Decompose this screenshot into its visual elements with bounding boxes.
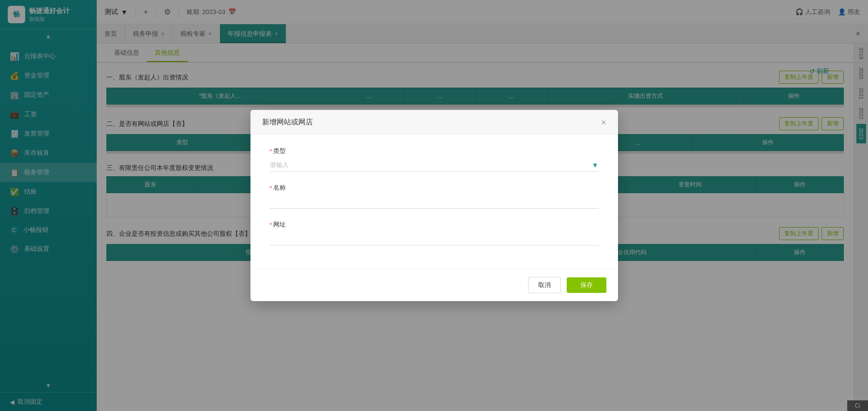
save-button[interactable]: 保存 xyxy=(567,277,606,293)
form-row-type: * 类型 ▼ xyxy=(270,147,599,172)
modal-footer: 取消 保存 xyxy=(250,269,618,301)
type-select-wrapper: ▼ xyxy=(270,158,599,172)
modal-overlay: 新增网站或网店 × * 类型 ▼ * 名称 xyxy=(0,0,868,411)
modal-add-website: 新增网站或网店 × * 类型 ▼ * 名称 xyxy=(250,110,618,301)
form-row-name: * 名称 xyxy=(270,183,599,209)
required-star-url: * xyxy=(270,221,272,228)
modal-body: * 类型 ▼ * 名称 * 网址 xyxy=(250,135,618,269)
required-star-type: * xyxy=(270,148,272,155)
required-star-name: * xyxy=(270,184,272,192)
label-url-text: 网址 xyxy=(273,220,286,229)
label-type: * 类型 xyxy=(270,147,599,155)
modal-close-button[interactable]: × xyxy=(601,118,606,127)
label-name-text: 名称 xyxy=(273,183,286,192)
label-name: * 名称 xyxy=(270,183,599,192)
name-input[interactable] xyxy=(270,195,599,209)
type-select-input[interactable] xyxy=(270,158,599,172)
modal-header: 新增网站或网店 × xyxy=(250,110,618,135)
url-input[interactable] xyxy=(270,232,599,245)
cancel-button[interactable]: 取消 xyxy=(528,277,561,293)
label-url: * 网址 xyxy=(270,220,599,229)
form-row-url: * 网址 xyxy=(270,220,599,245)
modal-title: 新增网站或网店 xyxy=(262,118,313,127)
label-type-text: 类型 xyxy=(273,147,286,155)
